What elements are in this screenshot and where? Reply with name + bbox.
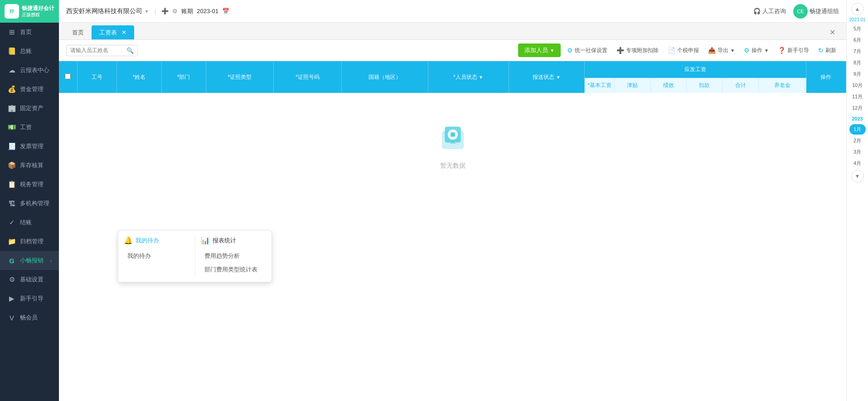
support-btn[interactable]: 🎧 人工咨询 — [753, 7, 786, 15]
dropdown-divider — [195, 236, 195, 276]
col-should-pay: 应发工资 — [585, 61, 806, 78]
guide-icon: ▶ — [7, 295, 16, 303]
sidebar-item-inventory[interactable]: 📦 库存核算 — [0, 156, 59, 175]
empty-illustration — [435, 120, 471, 156]
timeline-month-apr[interactable]: 4月 — [849, 158, 866, 169]
col-pension: 养老金 — [758, 78, 806, 93]
company-name[interactable]: 西安虾米网络科技有限公司 ▼ — [66, 7, 149, 15]
col-number: 工号 — [77, 61, 117, 93]
timeline-month-nov-prev[interactable]: 11月 — [849, 92, 866, 102]
sidebar-item-checkout[interactable]: ✓ 结账 — [0, 213, 59, 232]
topbar-add-icon[interactable]: ➕ — [161, 8, 169, 14]
checkout-icon: ✓ — [7, 218, 16, 227]
dropdown-col-reports: 📊 报表统计 费用趋势分析 部门费用类型统计表 — [201, 236, 267, 276]
dropdown-col2-header: 📊 报表统计 — [201, 236, 267, 245]
topbar-right: 🎧 人工咨询 CE 畅捷通组组 — [753, 4, 839, 19]
inventory-icon: 📦 — [7, 161, 16, 169]
salary-table: 工号 *姓名 *部门 *证照类型 *证照号码 国籍（地区） *人员状态 ▼ 报送… — [59, 61, 846, 93]
col-name: *姓名 — [117, 61, 161, 93]
invoice-icon: 🧾 — [7, 142, 16, 150]
special-deduction-btn[interactable]: ➕ 专项附加扣除 — [614, 45, 661, 56]
sidebar-item-fund-mgmt[interactable]: 💰 资金管理 — [0, 80, 59, 99]
social-security-btn[interactable]: ⚙ 统一社保设置 — [564, 45, 610, 56]
member-icon: V — [7, 314, 16, 322]
dropdown-col-pending: 🔔 我的待办 我的待办 — [124, 236, 189, 276]
dropdown-panel: 🔔 我的待办 我的待办 📊 报表统计 费用趋势分析 — [118, 230, 272, 282]
col-action: 操作 — [806, 61, 846, 93]
deduction-icon: ➕ — [616, 47, 624, 54]
tab-close-icon[interactable]: ✕ — [121, 29, 126, 36]
sidebar-item-archive[interactable]: 📁 归档管理 — [0, 232, 59, 251]
search-input[interactable] — [70, 47, 125, 53]
tab-home[interactable]: 首页 — [64, 25, 92, 39]
sidebar-item-basic-settings[interactable]: ⚙ 基础设置 — [0, 270, 59, 289]
sidebar-item-tax[interactable]: 📋 税务管理 — [0, 175, 59, 194]
dropdown-item-expense-trend[interactable]: 费用趋势分析 — [201, 249, 267, 263]
timeline-month-oct-prev[interactable]: 10月 — [849, 80, 866, 91]
timeline-month-may-prev[interactable]: 5月 — [849, 24, 866, 34]
archive-icon: 📁 — [7, 237, 16, 246]
home-icon: ⊞ — [7, 28, 16, 36]
select-all-checkbox[interactable] — [65, 73, 71, 79]
tax-report-icon: 📄 — [668, 47, 675, 54]
timeline-down-btn[interactable]: ▼ — [851, 170, 864, 183]
export-btn[interactable]: 📤 导出 ▼ — [705, 45, 737, 56]
dropdown-col1-header: 🔔 我的待办 — [124, 236, 189, 245]
col-id-num: *证照号码 — [274, 61, 342, 93]
timeline-month-dec-prev[interactable]: 12月 — [849, 103, 866, 113]
sidebar-item-guide[interactable]: ▶ 新手引导 — [0, 289, 59, 308]
sidebar-item-expense[interactable]: G 小畅报销 ‹ — [0, 251, 59, 270]
timeline-current-year: 2023.01 — [848, 16, 866, 23]
topbar: 西安虾米网络科技有限公司 ▼ | ➕ ⚙ 账期 2023-01 📅 🎧 人工咨询… — [59, 0, 846, 23]
svg-rect-3 — [451, 132, 455, 137]
calendar-icon[interactable]: 📅 — [222, 8, 229, 14]
timeline-up-btn[interactable]: ▲ — [851, 3, 864, 15]
add-person-btn[interactable]: 添加人员 ▼ — [518, 43, 561, 57]
close-window-btn[interactable]: ✕ — [824, 25, 841, 39]
sidebar-item-cloud-report[interactable]: ☁ 云报表中心 — [0, 61, 59, 80]
timeline-month-jan[interactable]: 1月 — [849, 124, 866, 135]
period-info: 账期 2023-01 📅 — [181, 7, 229, 15]
col-deduction: 扣款 — [686, 78, 722, 93]
content-area: 🔍 添加人员 ▼ ⚙ 统一社保设置 ➕ 专项附加扣除 📄 个税申报 — [59, 40, 846, 401]
timeline-month-jul-prev[interactable]: 7月 — [849, 46, 866, 57]
timeline-month-aug-prev[interactable]: 8月 — [849, 58, 866, 68]
cloud-icon: ☁ — [7, 66, 16, 74]
timeline-year-2023: 2023 — [849, 114, 866, 123]
timeline-month-feb[interactable]: 2月 — [849, 135, 866, 146]
col-report-status: 报送状态 ▼ — [509, 61, 585, 93]
empty-text: 暂无数据 — [440, 162, 466, 170]
refresh-btn[interactable]: ↻ 刷新 — [815, 45, 839, 56]
sidebar-item-invoice[interactable]: 🧾 发票管理 — [0, 137, 59, 156]
dropdown-item-my-pending[interactable]: 我的待办 — [124, 249, 189, 263]
tab-salary[interactable]: 工资表 ✕ — [92, 25, 134, 39]
tax-report-btn[interactable]: 📄 个税申报 — [665, 45, 702, 56]
sidebar-item-member[interactable]: V 畅会员 — [0, 308, 59, 327]
col-total: 合计 — [723, 78, 758, 93]
op-icon: ⚙ — [744, 47, 750, 54]
avatar: CE — [793, 4, 808, 19]
add-chevron-icon: ▼ — [550, 48, 554, 53]
timeline-month-jun-prev[interactable]: 6月 — [849, 35, 866, 45]
search-icon[interactable]: 🔍 — [126, 47, 134, 54]
operation-btn[interactable]: ⚙ 操作 ▼ — [741, 45, 771, 56]
main-area: 西安虾米网络科技有限公司 ▼ | ➕ ⚙ 账期 2023-01 📅 🎧 人工咨询… — [59, 0, 846, 401]
dropdown-item-dept-expense[interactable]: 部门费用类型统计表 — [201, 263, 267, 276]
sidebar-item-salary[interactable]: 💵 工资 — [0, 118, 59, 137]
chevron-down-icon: ▼ — [144, 9, 149, 14]
user-area[interactable]: CE 畅捷通组组 — [793, 4, 839, 19]
col-performance: 绩效 — [650, 78, 686, 93]
search-box: 🔍 — [66, 45, 138, 56]
sidebar-item-home[interactable]: ⊞ 首页 — [0, 23, 59, 42]
social-icon: ⚙ — [567, 47, 573, 54]
sidebar-item-multi-org[interactable]: 🏗 多机构管理 — [0, 194, 59, 213]
col-allowance: 津贴 — [615, 78, 650, 93]
sidebar-item-fixed-assets[interactable]: 🏢 固定资产 — [0, 99, 59, 118]
timeline-month-mar[interactable]: 3月 — [849, 147, 866, 157]
refresh-icon: ↻ — [818, 47, 824, 54]
guide-btn[interactable]: ❓ 新手引导 — [775, 45, 812, 56]
timeline-month-sep-prev[interactable]: 9月 — [849, 69, 866, 79]
export-icon: 📤 — [708, 47, 716, 54]
sidebar-item-general-ledger[interactable]: 📒 总账 — [0, 42, 59, 61]
topbar-settings-icon[interactable]: ⚙ — [172, 8, 178, 14]
